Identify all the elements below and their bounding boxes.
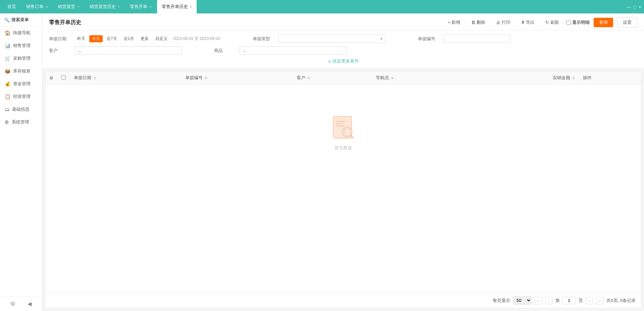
- tab-return-label: 销货退货: [58, 4, 75, 10]
- sort-guide-icon[interactable]: ⇅: [391, 76, 394, 80]
- sidebar-item-baseinfo-label: 基础信息: [12, 106, 30, 112]
- product-label: 商品: [214, 48, 234, 54]
- sidebar-item-finance-label: 资金管理: [13, 81, 31, 87]
- svg-rect-3: [336, 125, 345, 126]
- number-input[interactable]: [443, 35, 510, 43]
- empty-cell: 暂无数据: [45, 85, 641, 178]
- minimize-btn[interactable]: —: [627, 4, 631, 9]
- sidebar-collapse-icon[interactable]: ◀: [28, 301, 32, 307]
- main-layout: 🔍 搜索菜单 🏠 快捷导航 📊 销售管理 🛒 采购管理 📦 库存核算 💰 资金管…: [0, 13, 644, 311]
- per-page-select[interactable]: 50 10 20 100: [513, 296, 532, 305]
- sort-number-icon[interactable]: ⇅: [205, 76, 207, 80]
- type-select[interactable]: ▾: [278, 35, 386, 43]
- sidebar-item-baseinfo[interactable]: 🗂 基础信息: [0, 103, 42, 116]
- col-action-label: 操作: [583, 75, 592, 80]
- table-settings-col[interactable]: ⚙: [45, 71, 57, 85]
- header-actions: + 新增 🗑 删除 🖨 打印 ⬆ 导出 ↻ 刷新 显示明细 查询 设置: [444, 17, 637, 28]
- tab-home-label: 首页: [7, 4, 16, 10]
- sidebar-item-operations[interactable]: 📋 经营管理: [0, 90, 42, 103]
- empty-state: 暂无数据: [45, 85, 641, 178]
- sort-amount-icon[interactable]: ⇅: [572, 76, 575, 80]
- sidebar-item-sales[interactable]: 📊 销售管理: [0, 39, 42, 52]
- per-page-label: 每页显示: [493, 298, 510, 304]
- tab-sales-order-close[interactable]: ×: [46, 5, 48, 9]
- table-body: 暂无数据: [45, 85, 641, 178]
- display-detail-checkbox-wrapper[interactable]: 显示明细: [566, 19, 590, 25]
- tab-retail[interactable]: 零售开单 ×: [125, 0, 156, 13]
- shortcut-more[interactable]: 更多: [138, 35, 151, 42]
- shortcut-7days[interactable]: 近7天: [104, 35, 120, 42]
- system-icon: ⚙: [5, 119, 9, 125]
- table-container: ⚙ 单据日期 ⇅ 单据编号 ⇅: [45, 71, 641, 293]
- collapse-btn[interactable]: ∧ 收起更多条件: [49, 58, 637, 64]
- settings-button[interactable]: 设置: [617, 17, 637, 28]
- collapse-arrow-icon: ∧: [328, 59, 331, 64]
- customer-label: 客户: [49, 48, 69, 54]
- tab-retail-close[interactable]: ×: [149, 5, 151, 9]
- tab-return[interactable]: 销货退货 ×: [53, 0, 84, 13]
- shortcut-today[interactable]: 今天: [89, 35, 103, 42]
- sidebar-search[interactable]: 🔍 搜索菜单: [0, 13, 42, 27]
- table-settings-icon[interactable]: ⚙: [49, 75, 53, 81]
- select-all-checkbox[interactable]: [61, 75, 66, 80]
- table-checkbox-col[interactable]: [57, 71, 70, 85]
- maximize-btn[interactable]: □: [634, 4, 636, 9]
- baseinfo-icon: 🗂: [5, 107, 9, 112]
- filter-area: 单据日期 昨天 今天 近7天 近1月 更多 自定义 2023-06-02 至 2…: [42, 31, 644, 68]
- sidebar-item-finance[interactable]: 💰 资金管理: [0, 77, 42, 90]
- tab-retail-label: 零售开单: [130, 4, 147, 10]
- quicknav-icon: 🏠: [5, 30, 10, 36]
- content-area: 零售开单历史 + 新增 🗑 删除 🖨 打印 ⬆ 导出 ↻ 刷新 显示明细 查询 …: [42, 13, 644, 311]
- sidebar-settings-icon[interactable]: ⚙: [10, 301, 15, 307]
- tab-return-history-close[interactable]: ×: [118, 5, 120, 9]
- display-detail-checkbox[interactable]: [566, 20, 571, 25]
- shortcut-1month[interactable]: 近1月: [121, 35, 137, 42]
- empty-text: 暂无数据: [335, 145, 352, 151]
- sidebar-item-inventory[interactable]: 📦 库存核算: [0, 65, 42, 77]
- next-page-btn[interactable]: ›: [586, 297, 593, 304]
- tab-retail-history-close[interactable]: ×: [190, 5, 192, 9]
- sidebar: 🔍 搜索菜单 🏠 快捷导航 📊 销售管理 🛒 采购管理 📦 库存核算 💰 资金管…: [0, 13, 42, 311]
- tab-return-history[interactable]: 销货退货历史 ×: [85, 0, 125, 13]
- svg-point-5: [344, 129, 350, 135]
- sidebar-item-purchase[interactable]: 🛒 采购管理: [0, 52, 42, 65]
- data-table: ⚙ 单据日期 ⇅ 单据编号 ⇅: [45, 71, 641, 178]
- delete-button[interactable]: 🗑 删除: [468, 18, 489, 27]
- number-label: 单据编号: [418, 36, 438, 42]
- filter-row-1: 单据日期 昨天 今天 近7天 近1月 更多 自定义 2023-06-02 至 2…: [49, 35, 637, 43]
- tab-sales-order[interactable]: 销售订单 ×: [21, 0, 52, 13]
- tab-retail-history[interactable]: 零售开单历史 ×: [157, 0, 197, 13]
- svg-rect-2: [336, 123, 343, 124]
- product-select[interactable]: ...: [240, 46, 347, 55]
- total-info: 共0页, 0条记录: [606, 298, 636, 304]
- page-input[interactable]: [562, 297, 576, 304]
- query-button[interactable]: 查询: [594, 18, 613, 27]
- sidebar-search-label: 搜索菜单: [11, 17, 29, 23]
- print-button[interactable]: 🖨 打印: [493, 18, 514, 27]
- shortcut-custom[interactable]: 自定义: [153, 35, 170, 42]
- sort-date-icon[interactable]: ⇅: [93, 76, 96, 80]
- export-button[interactable]: ⬆ 导出: [518, 18, 538, 27]
- first-page-btn[interactable]: «: [534, 297, 543, 304]
- add-button[interactable]: + 新增: [444, 18, 463, 27]
- tab-list: 首页 销售订单 × 销货退货 × 销货退货历史 × 零售开单 × 零售开单历史 …: [3, 0, 627, 13]
- svg-rect-1: [336, 121, 346, 122]
- last-page-btn[interactable]: »: [596, 297, 604, 304]
- tab-home[interactable]: 首页: [3, 0, 21, 13]
- tab-return-close[interactable]: ×: [77, 5, 79, 9]
- sort-customer-icon[interactable]: ⇅: [307, 76, 310, 80]
- sidebar-item-quicknav[interactable]: 🏠 快捷导航: [0, 27, 42, 39]
- sidebar-item-system[interactable]: ⚙ 系统管理: [0, 116, 42, 128]
- window-close-btn[interactable]: ×: [639, 4, 641, 9]
- date-shortcuts: 昨天 今天 近7天 近1月 更多 自定义 2023-06-02 至 2023-0…: [75, 35, 220, 42]
- col-action: 操作: [579, 71, 641, 85]
- shortcut-yesterday[interactable]: 昨天: [75, 35, 88, 42]
- refresh-button[interactable]: ↻ 刷新: [542, 18, 562, 27]
- tab-return-history-label: 销货退货历史: [90, 4, 116, 10]
- col-number: 单据编号 ⇅: [181, 71, 293, 85]
- prev-page-btn[interactable]: ‹: [545, 297, 553, 304]
- sidebar-item-system-label: 系统管理: [12, 119, 29, 125]
- customer-select[interactable]: ...: [75, 46, 182, 55]
- sidebar-bottom: ⚙ ◀: [0, 296, 42, 311]
- window-actions: — □ ×: [627, 4, 641, 9]
